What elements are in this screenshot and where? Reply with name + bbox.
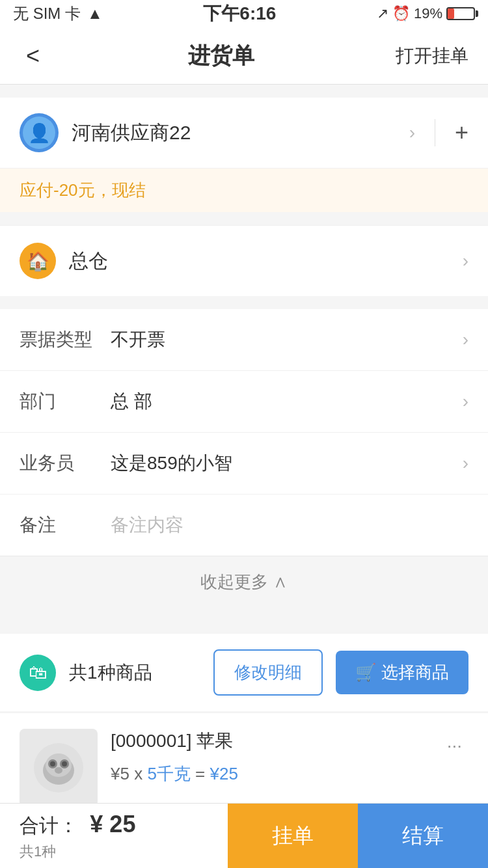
salesman-label: 业务员	[20, 451, 98, 476]
warehouse-row[interactable]: 🏠 总仓 ›	[0, 225, 488, 296]
product-thumbnail	[20, 729, 98, 807]
chevron-right-icon: ›	[409, 122, 415, 143]
open-pending-button[interactable]: 打开挂单	[396, 44, 468, 68]
department-chevron: ›	[463, 391, 468, 412]
product-thumb-svg	[33, 742, 85, 794]
form-section: 票据类型 不开票 › 部门 总 部 › 业务员 这是859的小智 › 备注 备注…	[0, 309, 488, 556]
wifi-icon: ▲	[87, 5, 103, 23]
section-divider-3	[0, 608, 488, 621]
department-value: 总 部	[111, 389, 463, 414]
svg-point-5	[50, 761, 55, 766]
person-icon: 👤	[28, 122, 51, 144]
products-icon: 🛍	[20, 655, 56, 691]
svg-point-7	[55, 767, 62, 774]
notice-banner: 应付-20元，现结	[0, 169, 488, 212]
products-count: 共1种商品	[69, 660, 200, 685]
product-name-text: 苹果	[197, 731, 233, 751]
collapse-button[interactable]: 收起更多 ∧	[0, 556, 488, 608]
warehouse-icon: 🏠	[20, 243, 56, 279]
notice-text: 应付-20元，现结	[20, 180, 146, 200]
cart-icon: 🛍	[29, 662, 47, 683]
location-icon: ↗	[377, 5, 388, 22]
invoice-type-value: 不开票	[111, 327, 463, 352]
product-equals: =	[195, 764, 210, 783]
warehouse-name: 总仓	[69, 248, 463, 275]
product-info: [0000001] 苹果 ¥5 x 5千克 = ¥25	[111, 729, 427, 785]
status-right: ↗ ⏰ 19%	[377, 5, 475, 22]
bottom-bar: 合计： ¥ 25 共1种 挂单 结算	[0, 803, 488, 868]
remark-row[interactable]: 备注 备注内容	[0, 495, 488, 556]
invoice-type-row[interactable]: 票据类型 不开票 ›	[0, 309, 488, 371]
checkout-button[interactable]: 结算	[358, 804, 488, 869]
supplier-avatar: 👤	[20, 113, 59, 152]
product-more-button[interactable]: ···	[441, 729, 468, 763]
supplier-name: 河南供应商22	[72, 120, 409, 146]
product-price: ¥5 x 5千克 = ¥25	[111, 763, 427, 785]
total-main: 合计： ¥ 25	[20, 811, 208, 839]
total-sub: 共1种	[20, 842, 208, 861]
remark-label: 备注	[20, 513, 98, 537]
total-label: 合计：	[20, 815, 78, 836]
status-time: 下午6:16	[203, 1, 276, 26]
salesman-chevron: ›	[463, 453, 468, 474]
section-divider-2	[0, 212, 488, 225]
back-button[interactable]: <	[20, 36, 46, 76]
page-title: 进货单	[188, 41, 254, 71]
warehouse-chevron-icon: ›	[463, 251, 468, 271]
products-header: 🛍 共1种商品 修改明细 🛒 选择商品	[0, 634, 488, 711]
product-total: ¥25	[210, 764, 238, 783]
products-section: 🛍 共1种商品 修改明细 🛒 选择商品 [0000001]	[0, 634, 488, 822]
department-label: 部门	[20, 389, 98, 414]
invoice-type-label: 票据类型	[20, 327, 98, 352]
carrier-text: 无 SIM 卡	[13, 3, 81, 24]
invoice-type-chevron: ›	[463, 329, 468, 350]
select-product-button[interactable]: 🛒 选择商品	[336, 651, 468, 694]
product-code: [0000001]	[111, 731, 192, 751]
product-unit-price: ¥5	[111, 764, 129, 783]
nav-bar: < 进货单 打开挂单	[0, 27, 488, 85]
product-multiply: x	[134, 764, 147, 783]
supplier-row[interactable]: 👤 河南供应商22 › +	[0, 98, 488, 169]
supplier-section: 👤 河南供应商22 › + 应付-20元，现结	[0, 98, 488, 212]
salesman-row[interactable]: 业务员 这是859的小智 ›	[0, 433, 488, 495]
battery-percent: 19%	[414, 5, 442, 22]
select-product-icon: 🛒	[355, 662, 376, 683]
add-supplier-button[interactable]: +	[435, 119, 468, 146]
battery-icon	[446, 7, 475, 20]
product-name: [0000001] 苹果	[111, 729, 427, 753]
total-amount: ¥ 25	[90, 811, 135, 837]
select-product-label: 选择商品	[381, 661, 449, 684]
section-divider-1	[0, 85, 488, 98]
department-row[interactable]: 部门 总 部 ›	[0, 371, 488, 433]
total-section: 合计： ¥ 25 共1种	[0, 811, 228, 861]
hold-order-button[interactable]: 挂单	[228, 804, 358, 869]
alarm-icon: ⏰	[392, 5, 410, 22]
warehouse-section: 🏠 总仓 ›	[0, 225, 488, 296]
remark-placeholder[interactable]: 备注内容	[111, 513, 468, 537]
edit-detail-button[interactable]: 修改明细	[213, 649, 323, 696]
status-left: 无 SIM 卡 ▲	[13, 3, 103, 24]
salesman-value: 这是859的小智	[111, 451, 463, 476]
avatar-inner: 👤	[23, 116, 55, 149]
product-qty: 5千克	[147, 764, 190, 783]
store-icon: 🏠	[27, 251, 49, 272]
svg-point-6	[62, 761, 67, 766]
status-bar: 无 SIM 卡 ▲ 下午6:16 ↗ ⏰ 19%	[0, 0, 488, 27]
